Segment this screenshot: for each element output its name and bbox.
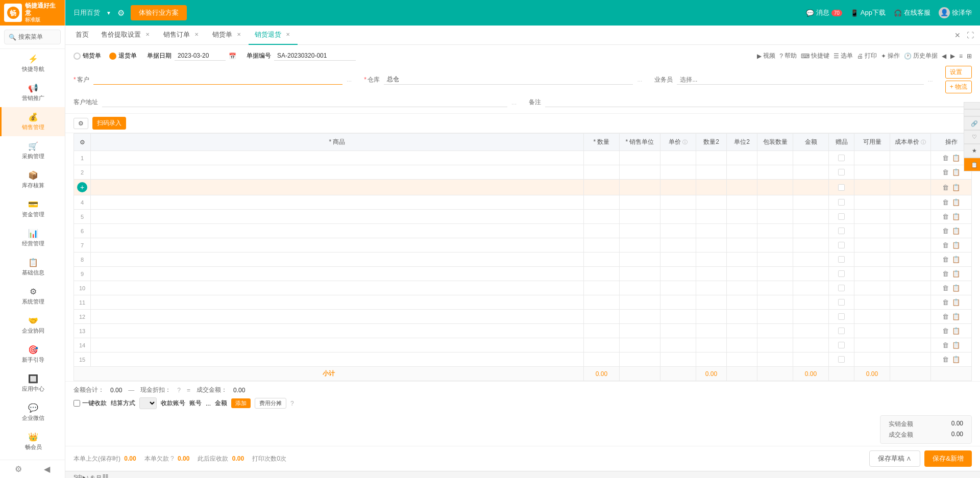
unit2-cell[interactable] [727, 238, 757, 253]
list-view-button[interactable]: ≡ [959, 53, 963, 60]
goods-cell[interactable] [91, 253, 584, 267]
unit-cell[interactable] [620, 165, 660, 180]
cost-price-cell[interactable] [890, 238, 931, 253]
qty2-cell[interactable] [696, 253, 727, 267]
delete-row-icon[interactable]: 🗑 [942, 313, 949, 320]
settings-footer-button[interactable]: ⚙ [15, 464, 22, 474]
app-download-button[interactable]: 📱 App下载 [850, 8, 886, 17]
user-menu[interactable]: 👤 徐泽华 [939, 7, 972, 18]
price-info-icon[interactable]: ⓘ [682, 139, 688, 145]
copy-row-icon[interactable]: 📋 [952, 356, 960, 363]
cost-price-cell[interactable] [890, 165, 931, 180]
tab-sales-order[interactable]: 销售订单 ✕ [157, 26, 206, 45]
avail-cell[interactable] [854, 151, 890, 165]
unit-cell[interactable] [620, 253, 660, 267]
tab-close-price-setting[interactable]: ✕ [144, 31, 151, 38]
account-expand-icon[interactable]: ... [206, 400, 211, 407]
gift-cell[interactable] [829, 238, 854, 253]
unit-cell[interactable] [620, 180, 660, 195]
avail-cell[interactable] [854, 281, 890, 295]
copy-row-icon[interactable]: 📋 [952, 298, 960, 306]
qty-cell[interactable] [584, 210, 620, 224]
qty2-cell[interactable] [696, 180, 727, 195]
gift-checkbox[interactable] [838, 155, 845, 161]
discount-help-icon[interactable]: ? [177, 387, 181, 394]
sidebar-item-system[interactable]: ⚙ 系统管理 [0, 282, 65, 311]
goods-cell[interactable] [91, 267, 584, 281]
gift-checkbox[interactable] [838, 169, 845, 175]
date-input[interactable] [175, 51, 226, 61]
qty-cell[interactable] [584, 195, 620, 210]
unit2-cell[interactable] [727, 253, 757, 267]
tab-home[interactable]: 首页 [69, 26, 95, 45]
avail-cell[interactable] [854, 224, 890, 238]
unit-cell[interactable] [620, 224, 660, 238]
amount-cell[interactable] [793, 310, 829, 324]
warehouse-expand-icon[interactable]: ... [637, 76, 642, 83]
save-draft-button[interactable]: 保存草稿 ∧ [869, 450, 921, 467]
salesperson-input[interactable] [677, 75, 923, 85]
action-print[interactable]: 🖨 打印 [857, 52, 877, 60]
unit-cell[interactable] [620, 324, 660, 338]
gift-cell[interactable] [829, 151, 854, 165]
gift-checkbox[interactable] [838, 285, 845, 291]
gift-checkbox[interactable] [838, 242, 845, 248]
warehouse-input[interactable] [384, 75, 633, 85]
customer-expand-icon[interactable]: ... [347, 76, 352, 83]
gift-cell[interactable] [829, 210, 854, 224]
qty2-cell[interactable] [696, 295, 727, 310]
qty2-cell[interactable] [696, 224, 727, 238]
avail-cell[interactable] [854, 338, 890, 353]
goods-cell[interactable] [91, 180, 584, 195]
price-cell[interactable] [660, 310, 696, 324]
delete-row-icon[interactable]: 🗑 [942, 284, 949, 292]
qty2-cell[interactable] [696, 210, 727, 224]
pkg-qty-cell[interactable] [757, 238, 793, 253]
goods-cell[interactable] [91, 281, 584, 295]
calendar-icon[interactable]: 📅 [229, 53, 236, 60]
gift-cell[interactable] [829, 267, 854, 281]
pkg-qty-cell[interactable] [757, 353, 793, 367]
delete-row-icon[interactable]: 🗑 [942, 341, 949, 349]
qty-cell[interactable] [584, 180, 620, 195]
doc-no-input[interactable] [274, 51, 356, 61]
gift-checkbox[interactable] [838, 328, 845, 334]
cost-price-cell[interactable] [890, 151, 931, 165]
tab-sales-return[interactable]: 销货退货 ✕ [249, 26, 298, 45]
fee-help-icon[interactable]: ? [290, 400, 294, 407]
unit2-cell[interactable] [727, 338, 757, 353]
price-cell[interactable] [660, 224, 696, 238]
debt-help-icon[interactable]: ? [170, 455, 174, 462]
copy-row-icon[interactable]: 📋 [952, 341, 960, 349]
qty-cell[interactable] [584, 267, 620, 281]
qty2-cell[interactable] [696, 310, 727, 324]
sidebar-item-operations[interactable]: 📊 经营管理 [0, 223, 65, 253]
gift-checkbox[interactable] [838, 213, 845, 220]
amount-cell[interactable] [793, 281, 829, 295]
cost-price-cell[interactable] [890, 310, 931, 324]
qty-cell[interactable] [584, 253, 620, 267]
qty2-cell[interactable] [696, 267, 727, 281]
tab-sales-delivery[interactable]: 销货单 ✕ [206, 26, 249, 45]
amount-cell[interactable] [793, 210, 829, 224]
address-expand-icon[interactable]: ... [511, 99, 517, 106]
price-cell[interactable] [660, 151, 696, 165]
copy-row-icon[interactable]: 📋 [952, 241, 960, 249]
unit-cell[interactable] [620, 338, 660, 353]
address-input[interactable] [102, 97, 507, 107]
copy-row-icon[interactable]: 📋 [952, 154, 960, 162]
tab-close-sales-order[interactable]: ✕ [193, 31, 200, 38]
sidebar-item-shortcut[interactable]: ⚡ 快捷导航 [0, 49, 65, 78]
amount-cell[interactable] [793, 338, 829, 353]
delete-row-icon[interactable]: 🗑 [942, 356, 949, 363]
sidebar-item-apps[interactable]: 🔲 应用中心 [0, 369, 65, 398]
close-all-tabs-button[interactable]: ✕ [952, 30, 963, 40]
unit2-cell[interactable] [727, 310, 757, 324]
delete-row-icon[interactable]: 🗑 [942, 198, 949, 206]
qty-cell[interactable] [584, 165, 620, 180]
goods-cell[interactable] [91, 151, 584, 165]
gift-cell[interactable] [829, 224, 854, 238]
gift-cell[interactable] [829, 180, 854, 195]
save-new-button[interactable]: 保存&新增 [924, 450, 972, 467]
collapse-sidebar-button[interactable]: ◀ [44, 464, 50, 474]
